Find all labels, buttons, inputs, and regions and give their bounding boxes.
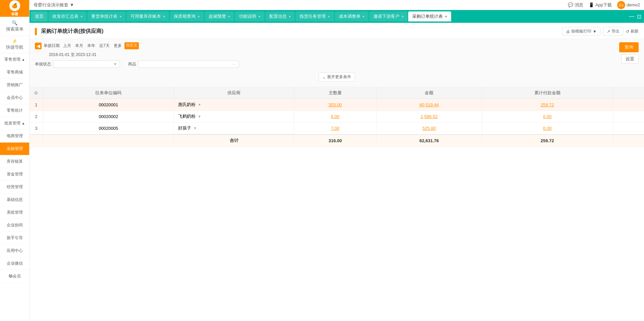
- tab-gongnengshuoming[interactable]: 功能说明 ×: [235, 11, 264, 21]
- row-main-qty[interactable]: 7.00: [294, 122, 377, 135]
- col-header-amount: 金额: [376, 87, 482, 99]
- date-btn-more[interactable]: 更多: [112, 42, 123, 49]
- sidebar-item-inventory[interactable]: 库存核算: [0, 155, 29, 168]
- row-main-qty[interactable]: 303.00: [294, 99, 377, 111]
- sidebar-item-label-enterprise: 企业协同: [7, 222, 23, 228]
- search-menu-button[interactable]: 🔍 搜索菜单: [3, 19, 26, 34]
- close-icon-11[interactable]: ×: [445, 14, 447, 18]
- message-button[interactable]: 💬 消息: [568, 2, 583, 8]
- row-main-qty[interactable]: 6.00: [294, 111, 377, 122]
- tab-yaohuo[interactable]: 要货单统计表 ×: [87, 11, 125, 21]
- sidebar-item-retail[interactable]: 零售管理 ▲: [0, 53, 29, 66]
- sidebar-item-ecommerce[interactable]: 电商管理: [0, 130, 29, 143]
- footer-label: 合计: [174, 135, 294, 147]
- tab-caigou[interactable]: 采购订单统计表 ×: [408, 11, 451, 21]
- sidebar-item-newbie[interactable]: 新手引导: [0, 232, 29, 245]
- tab-maximize-button[interactable]: ⊡: [637, 13, 641, 20]
- print-button[interactable]: 🖨 按模板打印 ▼: [562, 27, 600, 36]
- row-empty: [613, 99, 644, 111]
- sidebar-item-ops[interactable]: 经营管理: [0, 181, 29, 194]
- tab-peizhixinxi[interactable]: 配置信息 ×: [265, 11, 295, 21]
- close-icon-3[interactable]: ×: [163, 14, 165, 18]
- row-amount[interactable]: 1,586.52: [376, 111, 482, 122]
- close-icon-10[interactable]: ×: [401, 14, 404, 18]
- date-range-display: 2016-01-01 至 2023-12-31: [49, 52, 96, 57]
- sidebar-nav: 零售管理 ▲ 零售商城 营销推广 会员中心 零售统计 批发管理 ▲ 电商管理 采…: [0, 53, 29, 321]
- supplier-dropdown-icon[interactable]: ▼: [198, 114, 201, 118]
- sidebar-item-wechat[interactable]: 企业微信: [0, 257, 29, 270]
- date-btn-this-year[interactable]: 本年: [86, 42, 97, 49]
- row-amount[interactable]: 525.80: [376, 122, 482, 135]
- filter-action-col: 查询 设置: [614, 42, 639, 64]
- supplier-dropdown-icon[interactable]: ▼: [193, 126, 197, 130]
- settings-button[interactable]: 设置: [621, 54, 639, 64]
- tab-chaochuyujing[interactable]: 超储预警 ×: [205, 11, 234, 21]
- tab-yaoqingxiayouke[interactable]: 邀请下游客户 ×: [369, 11, 408, 21]
- sidebar-item-label-appstore: 应用中心: [7, 248, 23, 254]
- col-header-supplier: 供应商: [174, 87, 294, 99]
- refresh-icon: ↺: [626, 29, 629, 34]
- sidebar-item-enterprise[interactable]: 企业协同: [0, 219, 29, 232]
- refresh-button[interactable]: ↺ 刷新: [626, 29, 639, 34]
- gear-icon[interactable]: ⚙: [34, 90, 38, 96]
- tab-keyongliang[interactable]: 可用量库存账本 ×: [126, 11, 169, 21]
- export-button[interactable]: ↗ 导出: [603, 27, 623, 36]
- footer-main-qty: 316.00: [294, 135, 377, 147]
- supplier-name: 好孩子: [178, 125, 191, 131]
- sidebar: 🍊 标题 🔍 搜索菜单 ⚡ 快捷导航 零售管理 ▲ 零售商城 营销推广 会员中心: [0, 0, 30, 321]
- close-icon-5[interactable]: ×: [228, 14, 230, 18]
- sidebar-item-wholesale[interactable]: 批发管理 ▲: [0, 117, 29, 130]
- tab-caigou-label: 采购订单统计表: [412, 13, 443, 19]
- date-custom-badge[interactable]: 自定义: [124, 42, 139, 49]
- close-icon-1[interactable]: ×: [80, 14, 83, 18]
- close-icon-7[interactable]: ×: [289, 14, 291, 18]
- date-btn-7days[interactable]: 近7天: [98, 42, 111, 49]
- sidebar-item-capital[interactable]: 资金管理: [0, 168, 29, 181]
- workspace-selector[interactable]: 母婴行业演示账套 ▼: [34, 2, 74, 8]
- filter-goods-block: 商品 ···: [128, 60, 239, 68]
- supplier-name: 飞鹤奶粉: [178, 113, 196, 119]
- tab-shoufahuizong[interactable]: 收发存汇总表 ×: [48, 11, 87, 21]
- filter-collapse-button[interactable]: ◀: [35, 43, 42, 49]
- date-btn-last-month[interactable]: 上月: [62, 42, 72, 49]
- tab-minimize-button[interactable]: —: [629, 13, 634, 19]
- supplier-dropdown-icon[interactable]: ▼: [198, 103, 201, 107]
- tab-paihuorenwu[interactable]: 拣货任务管理 ×: [296, 11, 334, 21]
- sidebar-item-retail-shop[interactable]: 零售商城: [0, 66, 29, 79]
- row-amount[interactable]: 60,519.44: [376, 99, 482, 111]
- sidebar-item-marketing[interactable]: 营销推广: [0, 79, 29, 92]
- close-icon-8[interactable]: ×: [328, 14, 330, 18]
- close-icon-2[interactable]: ×: [119, 14, 121, 18]
- sidebar-item-basic[interactable]: 基础信息: [0, 194, 29, 206]
- close-icon-9[interactable]: ×: [363, 14, 365, 18]
- sidebar-item-label-member: 会员中心: [7, 95, 23, 101]
- sidebar-item-purchase[interactable]: 采购管理: [0, 143, 29, 155]
- tab-baobaoqi[interactable]: 保质期查询 ×: [170, 11, 204, 21]
- expand-filters-button[interactable]: ⌄ 展开更多条件: [319, 72, 355, 82]
- close-icon-4[interactable]: ×: [198, 14, 200, 18]
- sidebar-item-member2[interactable]: 畅会员: [0, 270, 29, 283]
- tab-home[interactable]: 首页: [31, 11, 48, 21]
- table-row: 2 00020002 飞鹤奶粉 ▼ 6.00 1,586.52 0.00: [30, 111, 644, 122]
- sidebar-item-member[interactable]: 会员中心: [0, 92, 29, 104]
- app-download-button[interactable]: 📱 App下载: [589, 2, 612, 8]
- filter-second-row: 单据状态 ▼ 商品 ···: [35, 60, 614, 68]
- date-btn-this-month[interactable]: 本月: [74, 42, 85, 49]
- footer-empty-2: [43, 135, 174, 147]
- row-paid[interactable]: 0.00: [482, 122, 613, 135]
- sidebar-item-appstore[interactable]: 应用中心: [0, 245, 29, 257]
- row-paid[interactable]: 259.72: [482, 99, 613, 111]
- sidebar-item-retail-stats[interactable]: 零售统计: [0, 104, 29, 117]
- sidebar-item-label-retail: 零售管理: [4, 57, 20, 62]
- row-unit-code: 00020002: [43, 111, 174, 122]
- user-menu[interactable]: Ea demo2: [617, 1, 640, 9]
- close-icon-6[interactable]: ×: [258, 14, 260, 18]
- quick-nav-button[interactable]: ⚡ 快捷导航: [3, 37, 26, 52]
- tab-chengbendiaozheng[interactable]: 成本调整单 ×: [335, 11, 369, 21]
- sidebar-item-system[interactable]: 系统管理: [0, 206, 29, 219]
- row-supplier: 好孩子 ▼: [174, 122, 294, 134]
- row-paid[interactable]: 0.00: [482, 111, 613, 122]
- status-select-wrapper: ▼: [53, 60, 120, 68]
- query-button[interactable]: 查询: [619, 42, 639, 52]
- date-display-row: 2016-01-01 至 2023-12-31: [35, 52, 614, 58]
